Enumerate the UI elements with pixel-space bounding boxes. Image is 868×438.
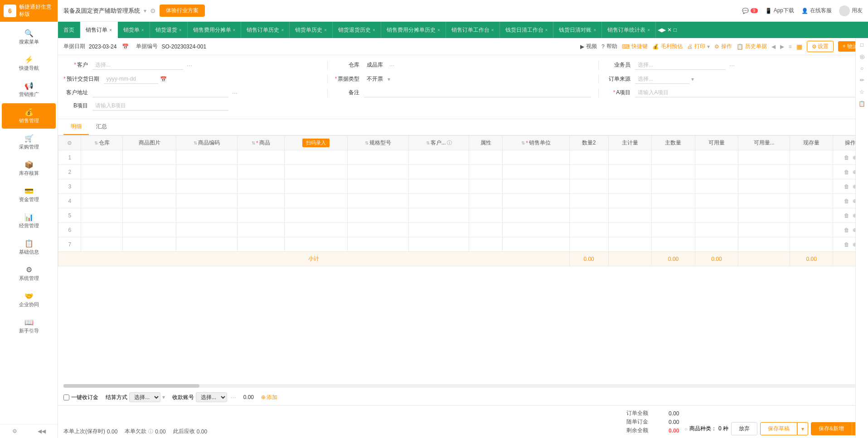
tab-钱货日清对账[interactable]: 钱货日清对账× (553, 22, 602, 38)
row-product-cell[interactable] (237, 237, 284, 252)
row-spec-cell[interactable] (347, 194, 408, 208)
save-draft-dropdown-btn[interactable]: ▾ (797, 422, 808, 435)
tab-销货单历史[interactable]: 销货单历史× (290, 22, 333, 38)
row-product-cell[interactable] (237, 150, 284, 165)
row-spec-cell[interactable] (347, 223, 408, 237)
row-sales-unit-cell[interactable] (503, 208, 569, 223)
customer-input[interactable] (92, 60, 183, 70)
row-delete-icon[interactable]: 🗑 (844, 198, 849, 204)
row-attribute-cell[interactable] (469, 194, 503, 208)
tab-close-icon[interactable]: × (545, 28, 548, 33)
row-customer-code-cell[interactable] (408, 165, 469, 179)
tab-销售订单统计表[interactable]: 销售订单统计表× (602, 22, 656, 38)
row-warehouse-cell[interactable] (81, 165, 123, 179)
sidebar-item-搜索菜单[interactable]: 🔍搜索菜单 (2, 24, 56, 50)
settings-btn[interactable]: ⚙设置 (807, 41, 834, 52)
order-source-dropdown-icon[interactable]: ▾ (691, 76, 694, 82)
right-panel-btn-5[interactable]: ☆ (857, 87, 867, 97)
row-warehouse-cell[interactable] (81, 194, 123, 208)
receipt-account-select[interactable]: 选择... (196, 392, 227, 402)
row-delete-icon[interactable]: 🗑 (844, 241, 849, 248)
this-credit-info-icon[interactable]: ⓘ (148, 428, 153, 435)
history-btn[interactable]: 📋历史单据 (737, 43, 767, 50)
row-main-qty-cell[interactable] (652, 165, 695, 179)
tab-close-icon[interactable]: × (647, 28, 650, 33)
address-more-icon[interactable]: ··· (232, 89, 238, 96)
salesperson-more-icon[interactable]: ··· (729, 62, 735, 69)
row-sales-unit-cell[interactable] (503, 150, 569, 165)
row-warehouse-cell[interactable] (81, 223, 123, 237)
tab-close-icon[interactable]: × (233, 28, 236, 33)
system-title-dropdown-icon[interactable]: ▾ (144, 8, 146, 14)
row-delete-icon[interactable]: 🗑 (844, 183, 849, 190)
th-scan[interactable]: 扫码录入 (284, 136, 347, 150)
row-warehouse-cell[interactable] (81, 208, 123, 223)
row-customer-code-cell[interactable] (408, 179, 469, 194)
row-customer-code-cell[interactable] (408, 237, 469, 252)
inner-tab-汇总[interactable]: 汇总 (89, 119, 114, 135)
row-customer-code-cell[interactable] (408, 223, 469, 237)
row-customer-code-cell[interactable] (408, 194, 469, 208)
horizontal-scrollbar[interactable] (58, 382, 868, 390)
th-product[interactable]: ⇅*商品 (237, 136, 284, 150)
sidebar-item-快捷导航[interactable]: ⚡快捷导航 (2, 51, 56, 76)
tab-close-icon[interactable]: × (593, 28, 596, 33)
th-settings[interactable]: ⚙ (58, 136, 81, 150)
note-input[interactable] (364, 88, 592, 97)
collapse-btn[interactable]: ◀◀ (38, 428, 46, 434)
settlement-dropdown-icon[interactable]: ▾ (162, 394, 165, 400)
right-panel-btn-3[interactable]: ○ (857, 63, 867, 73)
row-warehouse-cell[interactable] (81, 179, 123, 194)
right-panel-btn-2[interactable]: ◎ (857, 52, 867, 62)
row-product-code-cell[interactable] (176, 223, 237, 237)
tab-销货退货[interactable]: 销货退货× (150, 22, 188, 38)
tab-close-icon[interactable]: × (437, 28, 440, 33)
row-sales-unit-cell[interactable] (503, 237, 569, 252)
row-customer-code-cell[interactable] (408, 150, 469, 165)
salesperson-input[interactable] (635, 60, 726, 70)
th-sales-unit[interactable]: ⇅*销售单位 (503, 136, 569, 150)
settings-bottom-btn[interactable]: ⚙ (12, 428, 17, 434)
row-product-code-cell[interactable] (176, 179, 237, 194)
row-qty2-cell[interactable] (569, 150, 608, 165)
tab-首页[interactable]: 首页 (58, 22, 80, 38)
help-btn[interactable]: ?帮助 (601, 43, 617, 50)
row-product-code-cell[interactable] (176, 165, 237, 179)
tab-销售订单历史[interactable]: 销售订单历史× (241, 22, 290, 38)
sidebar-item-基础信息[interactable]: 📋基础信息 (2, 235, 56, 260)
row-warehouse-cell[interactable] (81, 237, 123, 252)
sidebar-item-营销推广[interactable]: 📢营销推广 (2, 77, 56, 102)
row-product-cell[interactable] (237, 223, 284, 237)
settlement-select[interactable]: 选择... (129, 392, 160, 402)
scan-button[interactable]: 扫码录入 (302, 139, 330, 147)
save-new-btn[interactable]: 保存&新增 (811, 422, 852, 435)
tab-close-icon[interactable]: × (141, 28, 144, 33)
nav-next-icon[interactable]: ▶ (780, 43, 784, 50)
receipt-more-icon[interactable]: ··· (231, 394, 236, 401)
row-sales-unit-cell[interactable] (503, 179, 569, 194)
tab-scroll-arrows[interactable]: ◀▶ ✕ □ (656, 27, 679, 33)
right-panel-btn-6[interactable]: 📋 (857, 99, 867, 109)
tab-销货单[interactable]: 销货单× (118, 22, 150, 38)
tab-close-icon[interactable]: × (179, 28, 182, 33)
sidebar-item-经营管理[interactable]: 📊经营管理 (2, 208, 56, 234)
row-qty2-cell[interactable] (569, 165, 608, 179)
user-btn[interactable]: 用友 (839, 5, 863, 16)
row-qty2-cell[interactable] (569, 208, 608, 223)
row-sales-unit-cell[interactable] (503, 223, 569, 237)
row-delete-icon[interactable]: 🗑 (844, 212, 849, 219)
print-btn[interactable]: 🖨打印▾ (687, 43, 710, 50)
row-product-cell[interactable] (237, 165, 284, 179)
row-sales-unit-cell[interactable] (503, 165, 569, 179)
row-main-qty-cell[interactable] (652, 194, 695, 208)
row-delete-icon[interactable]: 🗑 (844, 169, 849, 175)
nav-prev-icon[interactable]: ◀ (771, 43, 776, 50)
online-support-btn[interactable]: 👤 在线客服 (801, 7, 832, 14)
row-attribute-cell[interactable] (469, 165, 503, 179)
b-project-input[interactable] (92, 101, 228, 111)
row-spec-cell[interactable] (347, 150, 408, 165)
row-spec-cell[interactable] (347, 208, 408, 223)
sidebar-item-企业协同[interactable]: 🤝企业协同 (2, 287, 56, 313)
tab-销售订单工作台[interactable]: 销售订单工作台× (446, 22, 500, 38)
save-draft-btn[interactable]: 保存草稿 (760, 422, 797, 435)
